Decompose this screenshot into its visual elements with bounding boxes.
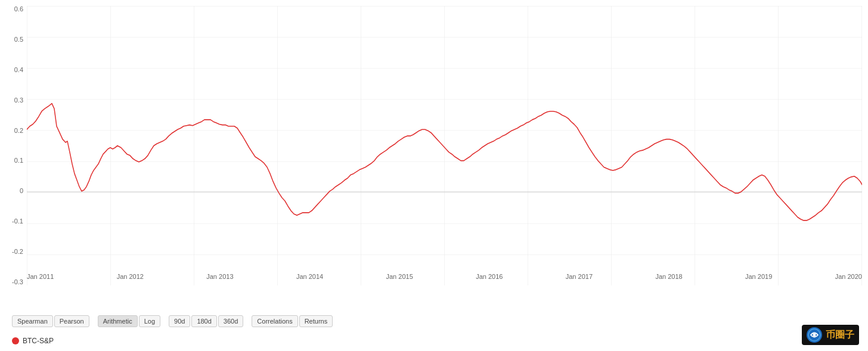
correlations-button[interactable]: Correlations — [252, 315, 297, 327]
watermark: 币圈子 — [802, 325, 859, 345]
controls-area: Spearman Pearson Arithmetic Log 90d 180d… — [12, 315, 333, 327]
y-label-01: 0.1 — [14, 157, 23, 164]
chart-container: 0.6 0.5 0.4 0.3 0.2 0.1 0 -0.1 -0.2 -0.3 — [0, 0, 868, 351]
watermark-icon — [807, 327, 822, 343]
y-label-n01: -0.1 — [12, 218, 23, 225]
chart-svg — [27, 6, 862, 285]
y-label-06: 0.6 — [14, 6, 23, 13]
legend-area: BTC-S&P — [12, 337, 54, 345]
180d-button[interactable]: 180d — [191, 315, 216, 327]
360d-button[interactable]: 360d — [218, 315, 243, 327]
x-label-2020: Jan 2020 — [835, 273, 862, 280]
x-label-2019: Jan 2019 — [745, 273, 772, 280]
90d-button[interactable]: 90d — [169, 315, 190, 327]
btc-sp-legend-label: BTC-S&P — [23, 337, 54, 345]
x-label-2016: Jan 2016 — [476, 273, 503, 280]
log-button[interactable]: Log — [139, 315, 160, 327]
x-label-2017: Jan 2017 — [566, 273, 593, 280]
y-label-n03: -0.3 — [12, 279, 23, 285]
y-label-03: 0.3 — [14, 97, 23, 104]
x-label-2014: Jan 2014 — [296, 273, 323, 280]
chart-area — [27, 6, 862, 285]
btc-sp-legend-dot — [12, 337, 19, 344]
scale-type-group: Arithmetic Log — [98, 315, 160, 327]
x-label-2012: Jan 2012 — [117, 273, 144, 280]
returns-button[interactable]: Returns — [299, 315, 333, 327]
spearman-button[interactable]: Spearman — [12, 315, 53, 327]
svg-rect-3 — [27, 6, 862, 285]
pearson-button[interactable]: Pearson — [54, 315, 89, 327]
y-label-02: 0.2 — [14, 128, 23, 134]
y-label-0: 0 — [20, 188, 23, 194]
period-group: 90d 180d 360d — [169, 315, 243, 327]
correlation-type-group: Spearman Pearson — [12, 315, 89, 327]
x-label-2011: Jan 2011 — [27, 273, 54, 280]
y-label-04: 0.4 — [14, 67, 23, 73]
watermark-text: 币圈子 — [826, 329, 854, 341]
x-label-2018: Jan 2018 — [655, 273, 682, 280]
display-type-group: Correlations Returns — [252, 315, 333, 327]
y-label-n02: -0.2 — [12, 249, 23, 255]
y-label-05: 0.5 — [14, 36, 23, 43]
svg-point-6 — [813, 334, 816, 337]
x-axis: Jan 2011 Jan 2012 Jan 2013 Jan 2014 Jan … — [27, 271, 862, 285]
y-axis: 0.6 0.5 0.4 0.3 0.2 0.1 0 -0.1 -0.2 -0.3 — [0, 6, 27, 285]
x-label-2013: Jan 2013 — [206, 273, 233, 280]
x-label-2015: Jan 2015 — [386, 273, 413, 280]
arithmetic-button[interactable]: Arithmetic — [98, 315, 138, 327]
